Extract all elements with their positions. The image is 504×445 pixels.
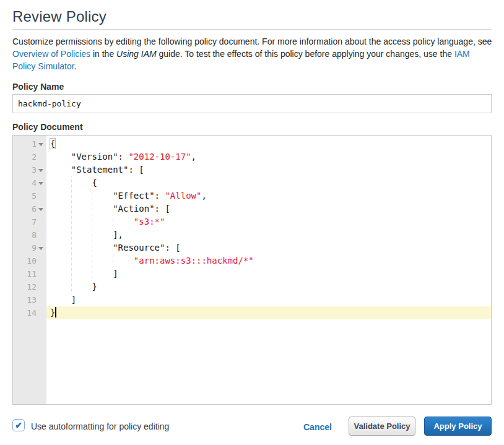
intro-text: Customize permissions by editing the fol… <box>12 35 494 72</box>
code-text: { <box>50 139 55 149</box>
line-number: 10 <box>18 256 37 266</box>
gutter-line: 1 <box>13 137 46 150</box>
code-text: , <box>201 191 206 201</box>
apply-policy-button[interactable]: Apply Policy <box>424 417 492 436</box>
fold-toggle-icon[interactable] <box>37 205 45 213</box>
code-text <box>50 256 134 266</box>
code-line-2[interactable]: "Version": "2012-10-17", <box>46 150 491 163</box>
page-title: Review Policy <box>12 8 106 25</box>
code-line-11[interactable]: ] <box>46 267 491 280</box>
autoformat-label: Use autoformatting for policy editing <box>31 421 169 431</box>
code-string-value: "Allow" <box>165 191 201 201</box>
code-line-7[interactable]: "s3:*" <box>46 215 491 228</box>
gutter-line: 2 <box>13 150 46 163</box>
line-number: 8 <box>18 230 37 240</box>
gutter-line: 6 <box>13 202 46 215</box>
gutter-line: 4 <box>13 176 46 189</box>
checkmark-icon: ✔ <box>13 420 24 431</box>
code-text: , <box>191 152 196 162</box>
gutter-line: 7 <box>13 215 46 228</box>
code-line-13[interactable]: ] <box>46 293 491 306</box>
fold-toggle-icon[interactable] <box>37 179 45 187</box>
line-number: 13 <box>18 295 37 305</box>
gutter-line: 10 <box>13 254 46 267</box>
fold-spacer <box>37 283 45 291</box>
code-text <box>50 217 134 227</box>
policy-document-editor[interactable]: 1234567891011121314 { "Version": "2012-1… <box>12 135 492 405</box>
line-number: 5 <box>18 191 37 201</box>
fold-spacer <box>37 257 45 265</box>
gutter-line: 8 <box>13 228 46 241</box>
line-number: 1 <box>18 139 37 149</box>
code-text: ] <box>50 269 118 279</box>
fold-spacer <box>37 192 45 200</box>
title-divider <box>12 29 492 30</box>
line-number: 14 <box>18 308 37 318</box>
policy-document-label: Policy Document <box>12 122 83 132</box>
code-line-3[interactable]: "Statement": [ <box>46 163 491 176</box>
code-line-6[interactable]: "Action": [ <box>46 202 491 215</box>
cancel-link[interactable]: Cancel <box>303 422 332 432</box>
editor-code-area[interactable]: { "Version": "2012-10-17", "Statement": … <box>46 136 491 404</box>
code-line-1[interactable]: { <box>46 137 491 150</box>
intro-segment: in the <box>90 49 116 59</box>
policy-name-input[interactable] <box>12 94 492 113</box>
policy-name-label: Policy Name <box>12 82 64 92</box>
code-text: "Statement": [ <box>50 165 144 175</box>
code-text: ] <box>50 295 76 305</box>
code-text: "Resource": [ <box>50 243 181 253</box>
code-text: "Effect": <box>50 191 165 201</box>
code-line-14[interactable]: } <box>46 306 491 319</box>
line-number: 12 <box>18 282 37 292</box>
gutter-line: 12 <box>13 280 46 293</box>
code-string-value: "s3:*" <box>134 217 165 227</box>
intro-segment: . <box>74 61 77 71</box>
code-line-4[interactable]: { <box>46 176 491 189</box>
intro-segment: guide. To test the effects of this polic… <box>157 49 454 59</box>
fold-spacer <box>37 231 45 239</box>
gutter-line: 3 <box>13 163 46 176</box>
line-number: 3 <box>18 165 37 175</box>
code-text: } <box>50 282 97 292</box>
gutter-line: 13 <box>13 293 46 306</box>
fold-toggle-icon[interactable] <box>37 166 45 174</box>
fold-toggle-icon[interactable] <box>37 140 45 148</box>
line-number: 6 <box>18 204 37 214</box>
code-text: { <box>50 178 97 188</box>
line-number: 11 <box>18 269 37 279</box>
fold-spacer <box>37 296 45 304</box>
fold-spacer <box>37 218 45 226</box>
code-string-value: "2012-10-17" <box>128 152 191 162</box>
fold-spacer <box>37 153 45 161</box>
fold-spacer <box>37 309 45 317</box>
intro-segment: Customize permissions by editing the fol… <box>12 37 492 46</box>
code-line-9[interactable]: "Resource": [ <box>46 241 491 254</box>
line-number: 9 <box>18 243 37 253</box>
italic-text: Using IAM <box>116 49 157 59</box>
code-text: ], <box>50 230 123 240</box>
fold-toggle-icon[interactable] <box>37 244 45 252</box>
gutter-line: 11 <box>13 267 46 280</box>
code-line-5[interactable]: "Effect": "Allow", <box>46 189 491 202</box>
code-line-10[interactable]: "arn:aws:s3:::hackmd/*" <box>46 254 491 267</box>
code-text: "Action": [ <box>50 204 170 214</box>
fold-spacer <box>37 270 45 278</box>
gutter-line: 14 <box>13 306 46 319</box>
code-line-12[interactable]: } <box>46 280 491 293</box>
inline-link[interactable]: Overview of Policies <box>12 49 90 59</box>
autoformat-checkbox[interactable]: ✔ <box>12 419 25 431</box>
text-cursor <box>55 307 56 318</box>
gutter-line: 9 <box>13 241 46 254</box>
line-number: 2 <box>18 152 37 162</box>
line-number: 4 <box>18 178 37 188</box>
line-number: 7 <box>18 217 37 227</box>
code-text: } <box>50 308 55 318</box>
validate-policy-button[interactable]: Validate Policy <box>349 417 415 436</box>
code-text: "Version": <box>50 152 128 162</box>
code-string-value: "arn:aws:s3:::hackmd/*" <box>134 256 254 266</box>
code-line-8[interactable]: ], <box>46 228 491 241</box>
editor-gutter: 1234567891011121314 <box>13 136 46 404</box>
gutter-line: 5 <box>13 189 46 202</box>
